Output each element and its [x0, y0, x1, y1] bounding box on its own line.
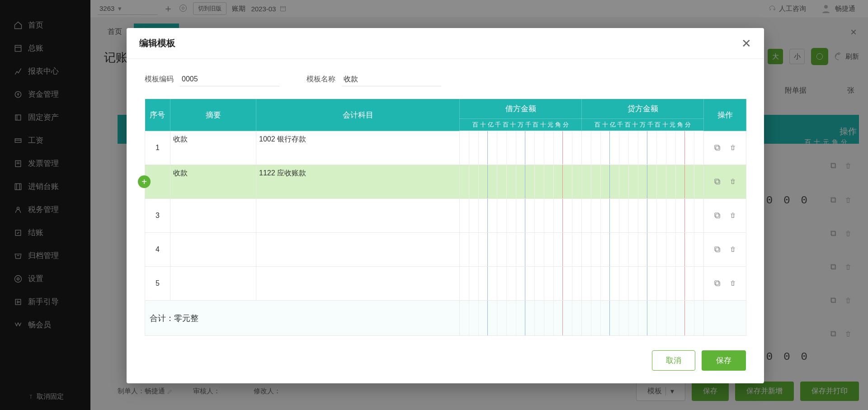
modal-title: 编辑模板 — [139, 37, 175, 49]
svg-rect-36 — [715, 247, 719, 251]
row-ops — [707, 279, 743, 287]
cell-subject[interactable]: 1002 银行存款 — [256, 131, 460, 165]
row-ops — [707, 245, 743, 254]
col-ops: 操作 — [704, 99, 746, 131]
cell-ops — [704, 267, 746, 301]
svg-rect-33 — [716, 214, 720, 218]
row-ops — [707, 144, 743, 152]
col-credit: 贷方金额 — [582, 99, 704, 119]
cancel-button[interactable]: 取消 — [652, 350, 695, 371]
table-row[interactable]: 5 — [145, 267, 746, 301]
total-credit — [582, 301, 704, 336]
table-row[interactable]: 4 — [145, 233, 746, 267]
svg-rect-37 — [716, 282, 720, 286]
cell-credit[interactable] — [582, 165, 704, 199]
template-name-label: 模板名称 — [307, 75, 335, 84]
cell-ops — [704, 165, 746, 199]
col-debit: 借方金额 — [460, 99, 582, 119]
template-code-input[interactable] — [180, 72, 279, 86]
add-row-button[interactable]: + — [138, 175, 151, 188]
table-row[interactable]: 1 收款 1002 银行存款 — [145, 131, 746, 165]
cell-ops — [704, 131, 746, 165]
cell-credit[interactable] — [582, 131, 704, 165]
cell-debit[interactable] — [460, 131, 582, 165]
cell-debit[interactable] — [460, 199, 582, 233]
delete-icon[interactable] — [729, 144, 737, 152]
copy-icon[interactable] — [713, 245, 722, 254]
cell-summary[interactable] — [170, 233, 256, 267]
credit-units: 百 十 亿 千 百 十 万 千 百 十 元 角 分 — [582, 119, 704, 131]
cell-credit[interactable] — [582, 267, 704, 301]
svg-rect-38 — [715, 281, 719, 285]
cell-debit[interactable] — [460, 267, 582, 301]
cell-ops — [704, 199, 746, 233]
svg-rect-29 — [716, 146, 720, 150]
svg-rect-31 — [716, 180, 720, 184]
cell-summary[interactable] — [170, 267, 256, 301]
template-code-field: 模板编码 — [145, 72, 279, 86]
modal-header: 编辑模板 ✕ — [127, 28, 764, 59]
cell-credit[interactable] — [582, 233, 704, 267]
debit-units: 百 十 亿 千 百 十 万 千 百 十 元 角 分 — [460, 119, 582, 131]
cell-seq: 3 — [145, 199, 170, 233]
cell-seq: 1 — [145, 131, 170, 165]
copy-icon[interactable] — [713, 212, 722, 220]
cell-seq: + — [145, 165, 170, 199]
col-summary: 摘要 — [170, 99, 256, 131]
col-subject: 会计科目 — [256, 99, 460, 131]
total-ops — [704, 301, 746, 336]
svg-rect-32 — [715, 179, 719, 183]
save-button[interactable]: 保存 — [702, 350, 746, 371]
table-row[interactable]: 3 — [145, 199, 746, 233]
cell-summary[interactable]: 收款 — [170, 165, 256, 199]
delete-icon[interactable] — [729, 178, 737, 186]
table-row[interactable]: + 收款 1122 应收账款 — [145, 165, 746, 199]
svg-rect-34 — [715, 213, 719, 217]
cell-subject[interactable] — [256, 267, 460, 301]
svg-rect-30 — [715, 145, 719, 149]
template-name-field: 模板名称 — [307, 72, 441, 86]
total-label: 合计：零元整 — [145, 301, 460, 336]
template-code-label: 模板编码 — [145, 75, 174, 84]
template-name-input[interactable] — [342, 72, 441, 86]
cell-credit[interactable] — [582, 199, 704, 233]
cell-subject[interactable]: 1122 应收账款 — [256, 165, 460, 199]
cell-debit[interactable] — [460, 165, 582, 199]
modal-close-button[interactable]: ✕ — [741, 38, 751, 49]
row-ops — [707, 178, 743, 186]
row-ops — [707, 212, 743, 220]
cell-summary[interactable] — [170, 199, 256, 233]
copy-icon[interactable] — [713, 144, 722, 152]
cell-summary[interactable]: 收款 — [170, 131, 256, 165]
cell-seq: 4 — [145, 233, 170, 267]
delete-icon[interactable] — [729, 245, 737, 254]
cell-subject[interactable] — [256, 233, 460, 267]
copy-icon[interactable] — [713, 178, 722, 186]
cell-seq: 5 — [145, 267, 170, 301]
edit-template-modal: 编辑模板 ✕ 模板编码 模板名称 序 — [127, 28, 764, 383]
delete-icon[interactable] — [729, 279, 737, 287]
total-debit — [460, 301, 582, 336]
template-table: 序号 摘要 会计科目 借方金额 贷方金额 操作 百 十 亿 千 百 十 万 千 … — [145, 99, 746, 336]
total-row: 合计：零元整 — [145, 301, 746, 336]
copy-icon[interactable] — [713, 279, 722, 287]
svg-rect-35 — [716, 248, 720, 252]
delete-icon[interactable] — [729, 212, 737, 220]
modal-footer: 取消 保存 — [127, 342, 764, 383]
cell-subject[interactable] — [256, 199, 460, 233]
col-seq: 序号 — [145, 99, 170, 131]
cell-debit[interactable] — [460, 233, 582, 267]
cell-ops — [704, 233, 746, 267]
